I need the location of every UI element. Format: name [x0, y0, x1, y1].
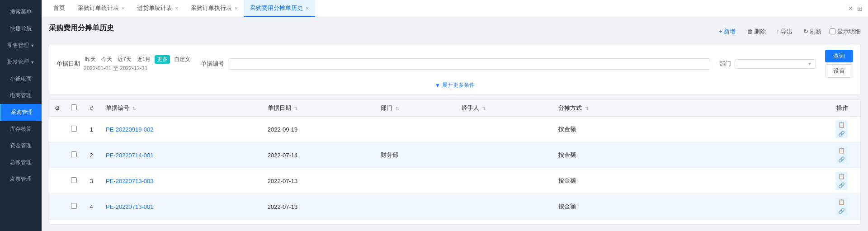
sidebar-label-search: 搜索菜单 — [10, 8, 32, 16]
sidebar-item-search[interactable]: 搜索菜单 — [0, 4, 42, 20]
order-no-link-2[interactable]: PE-20220713-003 — [106, 178, 154, 184]
sidebar-item-inventory[interactable]: 库存核算 — [0, 121, 42, 137]
sidebar-item-wholesale[interactable]: 批发管理 ▼ — [0, 54, 42, 71]
handler-col-header[interactable]: 经手人 ⇅ — [456, 100, 553, 117]
row-order-no-3[interactable]: PE-20220713-001 — [100, 194, 262, 220]
tab-close-purchase-cost-split[interactable]: × — [306, 5, 308, 11]
data-table: ⚙ # 单据编号 ⇅ 单据日期 ⇅ 部门 ⇅ — [49, 100, 860, 220]
expand-filter-button[interactable]: ▼ 展开更多条件 — [57, 81, 853, 89]
shortcut-yesterday[interactable]: 昨天 — [84, 55, 97, 64]
query-actions: 查询 设置 — [825, 50, 853, 78]
delete-button[interactable]: 🗑 删除 — [744, 26, 769, 37]
row-dept-2 — [375, 168, 456, 194]
sidebar-label-ecommerce: 电商管理 — [10, 92, 32, 99]
date-col-header[interactable]: 单据日期 ⇅ — [262, 100, 375, 117]
gear-icon: ⚙ — [55, 105, 60, 112]
row-check-1[interactable] — [66, 142, 82, 168]
close-icon[interactable]: × — [849, 5, 853, 13]
sidebar-item-wechat[interactable]: 小畅电商 — [0, 71, 42, 87]
row-op2-btn-0[interactable]: 🔗 — [835, 129, 848, 138]
row-date-2: 2022-07-13 — [262, 168, 375, 194]
table-row: 3 PE-20220713-003 2022-07-13 按金额 📋 🔗 — [49, 168, 860, 194]
select-all-checkbox[interactable] — [71, 104, 77, 110]
row-handler-0 — [456, 117, 553, 142]
refresh-button[interactable]: ↻ 刷新 — [801, 26, 824, 37]
tab-home[interactable]: 首页 — [47, 0, 71, 17]
row-num-2: 3 — [82, 168, 100, 194]
row-op1-btn-3[interactable]: 📋 — [835, 198, 848, 207]
setting-button[interactable]: 设置 — [825, 64, 853, 78]
show-columns-toggle[interactable]: 显示明细 — [830, 28, 861, 36]
tab-incoming-stats[interactable]: 进货单统计表× — [131, 0, 184, 17]
sidebar-item-purchase[interactable]: 采购管理 — [0, 104, 42, 121]
row-op1-btn-2[interactable]: 📋 — [835, 172, 848, 181]
row-actions-1: 📋 🔗 — [824, 142, 860, 168]
toolbar: + 新增 🗑 删除 ↑ 导出 ↻ 刷新 显示明细 — [716, 26, 861, 37]
row-order-no-2[interactable]: PE-20220713-003 — [100, 168, 262, 194]
check-col-header[interactable] — [66, 100, 82, 117]
shortcut-row: 昨天 今天 近7天 近1月 更多 自定义 — [84, 55, 192, 64]
row-order-no-1[interactable]: PE-20220714-001 — [100, 142, 262, 168]
sidebar-item-ecommerce[interactable]: 电商管理 — [0, 87, 42, 104]
expand-label: 展开更多条件 — [442, 81, 475, 89]
row-order-no-0[interactable]: PE-20220919-002 — [100, 117, 262, 142]
row-op2-btn-2[interactable]: 🔗 — [835, 181, 848, 190]
tab-close-incoming-stats[interactable]: × — [175, 5, 178, 11]
order-no-col-header[interactable]: 单据编号 ⇅ — [100, 100, 262, 117]
main-area: 首页采购订单统计表×进货单统计表×采购订单执行表×采购费用分摊单历史× × ⊞ … — [42, 0, 868, 231]
tab-close-purchase-order-stats[interactable]: × — [122, 5, 124, 11]
row-actions-3: 📋 🔗 — [824, 194, 860, 220]
row-check-3[interactable] — [66, 194, 82, 220]
shortcut-1month[interactable]: 近1月 — [136, 55, 152, 64]
row-checkbox-1[interactable] — [71, 151, 77, 157]
shortcut-7days[interactable]: 近7天 — [116, 55, 133, 64]
tab-purchase-order-stats[interactable]: 采购订单统计表× — [71, 0, 131, 17]
row-date-1: 2022-07-14 — [262, 142, 375, 168]
dept-col-header[interactable]: 部门 ⇅ — [375, 100, 456, 117]
row-checkbox-0[interactable] — [71, 126, 77, 132]
query-button[interactable]: 查询 — [825, 50, 853, 62]
row-checkbox-2[interactable] — [71, 177, 77, 183]
tab-close-purchase-order-exec[interactable]: × — [235, 5, 237, 11]
export-button[interactable]: ↑ 导出 — [774, 26, 796, 37]
shortcut-more[interactable]: 更多 — [155, 55, 170, 64]
sidebar-label-invoice: 发票管理 — [10, 175, 32, 183]
dept-select[interactable]: ▼ — [735, 59, 816, 69]
filter-area: 单据日期 昨天 今天 近7天 近1月 更多 自定义 2022-01-01 至 2… — [49, 44, 861, 95]
sidebar-item-finance[interactable]: 资金管理 — [0, 137, 42, 154]
shortcut-custom[interactable]: 自定义 — [173, 55, 192, 64]
row-check-0[interactable] — [66, 117, 82, 142]
row-gear-0 — [49, 117, 66, 142]
show-columns-checkbox[interactable] — [830, 28, 835, 34]
row-op1-btn-0[interactable]: 📋 — [835, 120, 848, 129]
sidebar-item-retail[interactable]: 零售管理 ▼ — [0, 37, 42, 54]
num-col-header: # — [82, 100, 100, 117]
order-no-input[interactable] — [228, 58, 710, 70]
row-gear-3 — [49, 194, 66, 220]
sidebar-item-shortcut[interactable]: 快捷导航 — [0, 20, 42, 37]
order-no-sort-icon: ⇅ — [132, 106, 136, 111]
order-no-link-3[interactable]: PE-20220713-001 — [106, 203, 154, 210]
sidebar-label-wholesale: 批发管理 ▼ — [7, 58, 34, 66]
add-button[interactable]: + 新增 — [716, 26, 738, 37]
sidebar-item-invoice[interactable]: 发票管理 — [0, 171, 42, 188]
row-checkbox-3[interactable] — [71, 203, 77, 209]
tab-purchase-order-exec[interactable]: 采购订单执行表× — [184, 0, 244, 17]
filter-row: 单据日期 昨天 今天 近7天 近1月 更多 自定义 2022-01-01 至 2… — [57, 50, 853, 78]
tab-label-incoming-stats: 进货单统计表 — [137, 4, 172, 12]
row-actions-0: 📋 🔗 — [824, 117, 860, 142]
sidebar-item-accounting[interactable]: 总账管理 — [0, 154, 42, 171]
order-no-link-1[interactable]: PE-20220714-001 — [106, 152, 154, 159]
fullscreen-icon[interactable]: ⊞ — [857, 5, 863, 12]
row-check-2[interactable] — [66, 168, 82, 194]
split-method-col-header[interactable]: 分摊方式 ⇅ — [553, 100, 824, 117]
order-no-link-0[interactable]: PE-20220919-002 — [106, 126, 154, 133]
row-op1-btn-1[interactable]: 📋 — [835, 146, 848, 155]
row-op2-btn-3[interactable]: 🔗 — [835, 207, 848, 216]
order-no-label: 单据编号 — [201, 60, 224, 68]
row-op2-btn-1[interactable]: 🔗 — [835, 155, 848, 164]
gear-col-header[interactable]: ⚙ — [49, 100, 66, 117]
tab-purchase-cost-split[interactable]: 采购费用分摊单历史× — [244, 0, 315, 17]
shortcut-today[interactable]: 今天 — [100, 55, 113, 64]
sidebar-label-retail: 零售管理 ▼ — [7, 42, 34, 49]
